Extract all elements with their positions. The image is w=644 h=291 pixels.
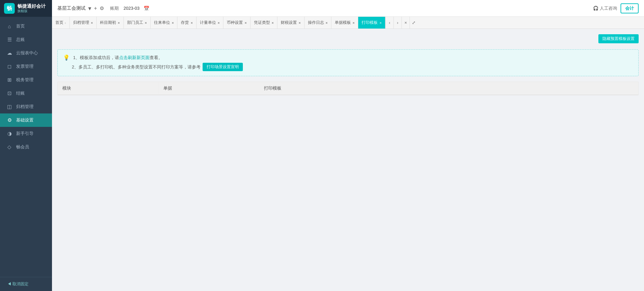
tabs-expand-btn[interactable]: ⤢ bbox=[410, 17, 418, 29]
settlement-icon: ⊡ bbox=[6, 90, 13, 97]
top-bar: 基层工会测试 ▾ + ⚙ 账期 2023-03 📅 🎧 人工咨询 会计 bbox=[52, 0, 644, 17]
tabs-prev-btn[interactable]: ‹ bbox=[385, 17, 393, 29]
sidebar-item-invoice[interactable]: ◻ 发票管理 bbox=[0, 60, 52, 73]
sidebar-footer-pin[interactable]: ◀ 取消固定 bbox=[0, 277, 52, 291]
tab-unit-close[interactable]: × bbox=[218, 21, 220, 25]
sidebar-logo: 畅 畅捷通好会计 旗舰版 bbox=[0, 0, 52, 17]
tab-inventory-close[interactable]: × bbox=[191, 21, 193, 25]
notice-line1-link[interactable]: 点击刷新新页面 bbox=[119, 55, 150, 61]
tab-archive-close[interactable]: × bbox=[91, 21, 93, 25]
sidebar-item-ledger[interactable]: ☰ 总账 bbox=[0, 33, 52, 46]
cloud-icon: ☁ bbox=[6, 50, 13, 56]
logo-title: 畅捷通好会计 bbox=[17, 3, 46, 9]
tax-icon: ⊞ bbox=[6, 77, 13, 83]
sidebar-item-member[interactable]: ◇ 畅会员 bbox=[0, 140, 52, 154]
table-header-row: 模块 单据 打印模板 bbox=[58, 82, 638, 95]
sidebar-item-tax[interactable]: ⊞ 税务管理 bbox=[0, 73, 52, 87]
tab-tax-setting-label: 财税设置 bbox=[281, 20, 297, 26]
tab-department-label: 部门员工 bbox=[127, 20, 143, 26]
tab-subjects-label: 科目期初 bbox=[100, 20, 116, 26]
tab-print-template-label: 打印模板 bbox=[362, 20, 378, 26]
tab-inventory[interactable]: 存货 × bbox=[177, 17, 196, 29]
tab-voucher-type-label: 凭证类型 bbox=[254, 20, 270, 26]
sidebar-item-settlement-label: 结账 bbox=[16, 90, 25, 96]
tab-operation-log[interactable]: 操作日志 × bbox=[305, 17, 331, 29]
tab-currency[interactable]: 币种设置 × bbox=[223, 17, 250, 29]
notice-line1-suffix: 查看。 bbox=[150, 55, 163, 61]
tab-currency-close[interactable]: × bbox=[245, 21, 247, 25]
invoice-icon: ◻ bbox=[6, 63, 13, 70]
tab-archive[interactable]: 归档管理 × bbox=[70, 17, 97, 29]
tab-operation-log-close[interactable]: × bbox=[326, 21, 328, 25]
tabs-bar: 首页 ‹ 归档管理 × 科目期初 × 部门员工 × 往来单位 × 存货 × bbox=[52, 17, 644, 29]
sidebar-item-basic[interactable]: ⚙ 基础设置 bbox=[0, 113, 52, 127]
sidebar-item-archive[interactable]: ◫ 归档管理 bbox=[0, 100, 52, 113]
tab-operation-log-label: 操作日志 bbox=[308, 20, 324, 26]
sidebar-item-member-label: 畅会员 bbox=[16, 144, 29, 150]
sidebar-item-home-label: 首页 bbox=[16, 23, 25, 29]
table-header-document: 单据 bbox=[158, 82, 259, 95]
tab-subjects-close[interactable]: × bbox=[118, 21, 120, 25]
bulb-icon: 💡 bbox=[63, 54, 70, 61]
sidebar-item-cloud-report-label: 云报表中心 bbox=[16, 50, 38, 56]
tab-print-template-close[interactable]: × bbox=[379, 21, 381, 25]
tab-tax-setting-close[interactable]: × bbox=[299, 21, 301, 25]
tab-voucher-type[interactable]: 凭证类型 × bbox=[251, 17, 277, 29]
sidebar: 畅 畅捷通好会计 旗舰版 ⌂ 首页 ☰ 总账 ☁ 云报表中心 ◻ 发票管理 bbox=[0, 0, 52, 291]
tab-supplier-close[interactable]: × bbox=[172, 21, 174, 25]
add-company-icon[interactable]: + bbox=[94, 5, 97, 11]
accounting-button[interactable]: 会计 bbox=[621, 3, 639, 13]
sidebar-item-tax-label: 税务管理 bbox=[16, 77, 34, 83]
tab-home[interactable]: 首页 ‹ bbox=[52, 17, 70, 29]
tab-voucher-type-close[interactable]: × bbox=[272, 21, 274, 25]
tab-single-template[interactable]: 单据模板 × bbox=[331, 17, 358, 29]
sidebar-item-basic-label: 基础设置 bbox=[16, 117, 34, 123]
period-label: 账期 bbox=[110, 5, 119, 11]
sidebar-item-cloud-report[interactable]: ☁ 云报表中心 bbox=[0, 46, 52, 60]
calendar-icon[interactable]: 📅 bbox=[144, 6, 149, 11]
company-dropdown-icon[interactable]: ▾ bbox=[88, 5, 91, 12]
hide-template-button[interactable]: 隐藏预置模板设置 bbox=[598, 34, 639, 43]
top-bar-right: 🎧 人工咨询 会计 bbox=[593, 3, 639, 13]
content-area: 隐藏预置模板设置 💡 1、模板添加成功后，请 点击刷新新页面 查看。 2、多员工… bbox=[52, 29, 644, 291]
sidebar-item-settlement[interactable]: ⊡ 结账 bbox=[0, 87, 52, 100]
customer-service-label: 人工咨询 bbox=[600, 5, 617, 11]
home-icon: ⌂ bbox=[6, 23, 13, 30]
table-header-print-template: 打印模板 bbox=[259, 82, 638, 95]
notice-line2-prefix: 2、多员工、多打印机、多种业务类型设置不同打印方案等，请参考 bbox=[72, 64, 201, 70]
tab-home-nav-icon: ‹ bbox=[65, 21, 66, 25]
tab-currency-label: 币种设置 bbox=[227, 20, 243, 26]
tab-unit[interactable]: 计量单位 × bbox=[197, 17, 223, 29]
sidebar-item-guide-label: 新手引导 bbox=[16, 131, 34, 137]
settings-icon[interactable]: ⚙ bbox=[100, 5, 104, 11]
top-bar-left: 基层工会测试 ▾ + ⚙ 账期 2023-03 📅 bbox=[57, 5, 149, 12]
tab-print-template[interactable]: 打印模板 × bbox=[358, 17, 385, 29]
sidebar-footer-label: ◀ 取消固定 bbox=[7, 281, 29, 287]
tab-subjects[interactable]: 科目期初 × bbox=[97, 17, 123, 29]
customer-service-btn[interactable]: 🎧 人工咨询 bbox=[593, 5, 617, 11]
print-scene-btn[interactable]: 打印场景设置宣明 bbox=[203, 63, 243, 71]
print-template-table: 模块 单据 打印模板 bbox=[58, 82, 638, 95]
archive-icon: ◫ bbox=[6, 103, 13, 110]
tab-tax-setting[interactable]: 财税设置 × bbox=[277, 17, 304, 29]
sidebar-item-home[interactable]: ⌂ 首页 bbox=[0, 19, 52, 33]
period-value: 2023-03 bbox=[123, 6, 140, 11]
headphone-icon: 🎧 bbox=[593, 6, 598, 11]
company-name: 基层工会测试 bbox=[57, 5, 86, 11]
notice-row-1: 💡 1、模板添加成功后，请 点击刷新新页面 查看。 bbox=[63, 54, 633, 61]
tab-supplier-label: 往来单位 bbox=[154, 20, 170, 26]
sidebar-item-guide[interactable]: ◑ 新手引导 bbox=[0, 127, 52, 140]
content-top: 隐藏预置模板设置 bbox=[57, 34, 639, 47]
tab-department-close[interactable]: × bbox=[145, 21, 147, 25]
tab-supplier[interactable]: 往来单位 × bbox=[151, 17, 177, 29]
tab-archive-label: 归档管理 bbox=[73, 20, 89, 26]
tabs-close-all-btn[interactable]: × bbox=[401, 17, 410, 29]
tab-single-template-close[interactable]: × bbox=[353, 21, 355, 25]
tab-inventory-label: 存货 bbox=[181, 20, 189, 26]
ledger-icon: ☰ bbox=[6, 36, 13, 43]
table-header-module: 模块 bbox=[58, 82, 158, 95]
tab-department[interactable]: 部门员工 × bbox=[124, 17, 151, 29]
logo-subtitle: 旗舰版 bbox=[17, 9, 46, 13]
tab-single-template-label: 单据模板 bbox=[335, 20, 351, 26]
tabs-next-btn[interactable]: › bbox=[393, 17, 401, 29]
